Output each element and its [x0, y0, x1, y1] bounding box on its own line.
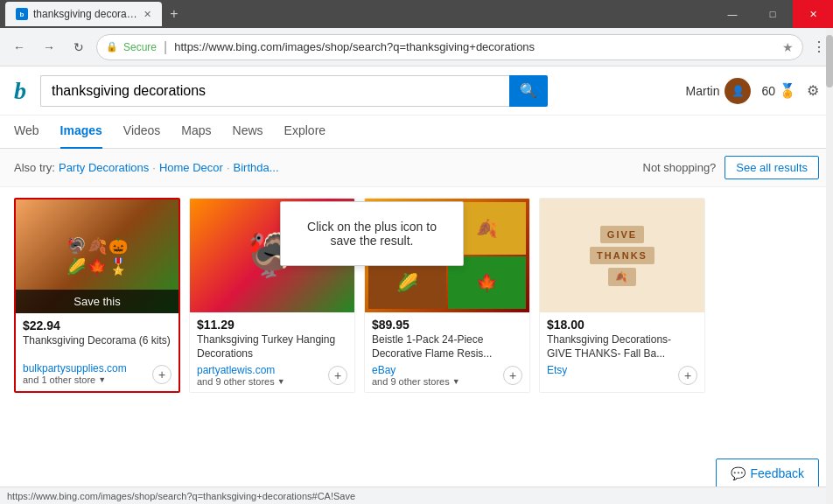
- not-shopping-area: Not shopping? See all results: [643, 156, 820, 179]
- nav-tabs: Web Images Videos Maps News Explore: [0, 116, 833, 149]
- save-plus-button-4[interactable]: +: [678, 366, 697, 385]
- store-dropdown-2[interactable]: ▼: [277, 377, 285, 386]
- product-store-1[interactable]: bulkpartysupplies.com: [23, 362, 172, 374]
- close-button[interactable]: ✕: [793, 0, 833, 28]
- tab-news[interactable]: News: [233, 116, 263, 149]
- points-value: 60: [761, 84, 775, 98]
- also-try-home[interactable]: Home Decor: [159, 161, 223, 174]
- refresh-button[interactable]: ↻: [66, 35, 91, 60]
- product-title-4: Thanksgiving Decorations- GIVE THANKS- F…: [547, 333, 697, 360]
- tab-explore[interactable]: Explore: [284, 116, 326, 149]
- tab-images[interactable]: Images: [60, 116, 102, 149]
- tab-title: thanksgiving decorations: [33, 8, 138, 20]
- settings-icon[interactable]: ⚙: [807, 82, 819, 99]
- bing-header: b 🔍 Martin 👤 60 🏅 ⚙: [0, 66, 833, 116]
- save-this-overlay[interactable]: Save this: [16, 290, 178, 313]
- tab-videos[interactable]: Videos: [123, 116, 161, 149]
- url-display[interactable]: https://www.bing.com/images/shop/search?…: [174, 40, 777, 53]
- title-bar: b thanksgiving decorations ✕ + Martin — …: [0, 0, 833, 28]
- not-shopping-label: Not shopping?: [643, 161, 717, 174]
- search-button[interactable]: 🔍: [509, 75, 548, 107]
- tooltip-text: Click on the plus icon to save the resul…: [307, 220, 437, 248]
- status-url: https://www.bing.com/images/shop/search?…: [7, 491, 355, 501]
- store-dropdown-1[interactable]: ▼: [98, 375, 106, 384]
- scrollbar-thumb[interactable]: [826, 35, 833, 88]
- product-store-more-2: and 9 other stores ▼: [197, 376, 347, 387]
- also-try-party[interactable]: Party Decorations: [59, 161, 149, 174]
- bing-logo[interactable]: b: [14, 77, 26, 105]
- address-bar: ← → ↻ 🔒 Secure | https://www.bing.com/im…: [0, 28, 833, 66]
- secure-label: Secure: [123, 41, 157, 53]
- product-store-more-1: and 1 other store ▼: [23, 374, 172, 385]
- maximize-button[interactable]: □: [752, 0, 793, 28]
- product-price-3: $89.95: [372, 318, 522, 332]
- product-store-2[interactable]: partyatlewis.com: [197, 364, 347, 376]
- bookmark-icon[interactable]: ★: [782, 40, 794, 54]
- product-title-2: Thanksgiving Turkey Hanging Decorations: [197, 333, 347, 360]
- also-try-bar: Also try: Party Decorations · Home Decor…: [0, 149, 833, 187]
- product-price-1: $22.94: [23, 318, 172, 332]
- forward-button[interactable]: →: [37, 35, 61, 60]
- product-store-3[interactable]: eBay: [372, 364, 522, 376]
- user-avatar[interactable]: 👤: [724, 78, 751, 104]
- points-display: 60 🏅: [761, 82, 796, 99]
- tooltip-popup: Click on the plus icon to save the resul…: [280, 201, 464, 266]
- product-card-4[interactable]: GIVE THANKS 🍂 $18.00 Thanksgiving Decora…: [539, 198, 705, 393]
- status-bar: https://www.bing.com/images/shop/search?…: [0, 486, 833, 504]
- scrollbar[interactable]: [826, 28, 833, 504]
- search-box-wrap: 🔍: [40, 75, 548, 107]
- search-input[interactable]: [40, 75, 509, 107]
- tab-close-button[interactable]: ✕: [144, 9, 151, 20]
- product-card-1[interactable]: 🦃 🍂 🎃 🌽 🍁 🎖️ Save this $22.94 Thanksgivi…: [14, 198, 180, 393]
- feedback-label: Feedback: [751, 466, 804, 480]
- product-store-4[interactable]: Etsy: [547, 364, 697, 376]
- user-profile[interactable]: Martin 👤: [686, 78, 752, 104]
- product-image-1: 🦃 🍂 🎃 🌽 🍁 🎖️ Save this: [16, 200, 178, 313]
- product-image-4: GIVE THANKS 🍂: [540, 199, 704, 312]
- product-store-more-3: and 9 other stores ▼: [372, 376, 522, 387]
- reward-icon: 🏅: [779, 82, 796, 99]
- product-title-3: Beistle 1-Pack 24-Piece Decorative Flame…: [372, 333, 522, 360]
- tab-maps[interactable]: Maps: [181, 116, 211, 149]
- feedback-icon: 💬: [731, 466, 746, 480]
- user-name-label: Martin: [686, 84, 720, 98]
- browser-menu-button[interactable]: ⋮: [812, 38, 826, 55]
- back-button[interactable]: ←: [7, 35, 32, 60]
- address-input-wrap[interactable]: 🔒 Secure | https://www.bing.com/images/s…: [96, 34, 803, 60]
- store-dropdown-3[interactable]: ▼: [452, 377, 460, 386]
- search-icon: 🔍: [520, 82, 537, 99]
- minimize-button[interactable]: —: [712, 0, 752, 28]
- header-right: Martin 👤 60 🏅 ⚙: [686, 78, 819, 104]
- tab-favicon: b: [16, 8, 28, 20]
- product-price-2: $11.29: [197, 318, 347, 332]
- url-separator: |: [164, 39, 167, 55]
- feedback-button[interactable]: 💬 Feedback: [716, 458, 819, 488]
- also-try-birthday[interactable]: Birthda...: [234, 161, 279, 174]
- tab-web[interactable]: Web: [14, 116, 39, 149]
- product-title-1: Thanksgiving Decorama (6 kits): [23, 334, 172, 359]
- secure-icon: 🔒: [106, 41, 118, 52]
- product-price-4: $18.00: [547, 318, 697, 332]
- see-all-results-button[interactable]: See all results: [724, 156, 819, 179]
- new-tab-button[interactable]: +: [162, 2, 186, 26]
- window-controls: — □ ✕: [712, 0, 833, 28]
- browser-tab[interactable]: b thanksgiving decorations ✕: [5, 2, 162, 26]
- also-try-label: Also try:: [14, 161, 55, 174]
